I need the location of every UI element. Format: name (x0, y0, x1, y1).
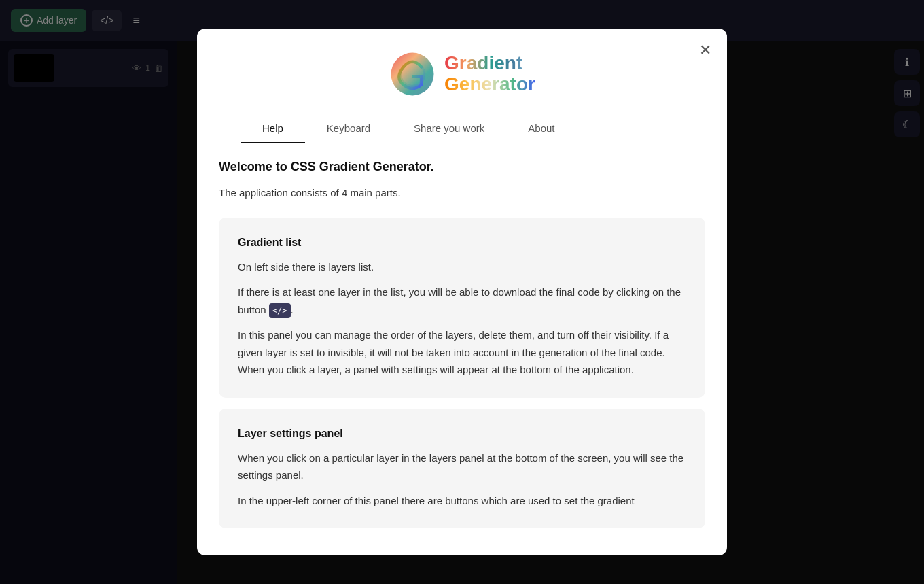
modal-header: Gradient Generator Help Keyboard Share y… (197, 29, 727, 143)
tab-share[interactable]: Share you work (392, 114, 506, 143)
tab-help[interactable]: Help (241, 114, 305, 143)
modal-close-button[interactable]: ✕ (694, 39, 716, 61)
gradient-list-para-2: If there is at least one layer in the li… (238, 284, 686, 318)
gradient-list-para-1: On left side there is layers list. (238, 258, 686, 276)
gradient-list-card: Gradient list On left side there is laye… (219, 218, 705, 398)
modal-overlay: ✕ (0, 0, 924, 584)
welcome-title: Welcome to CSS Gradient Generator. (219, 160, 705, 174)
welcome-desc: The application consists of 4 main parts… (219, 185, 705, 201)
layer-settings-card: Layer settings panel When you click on a… (219, 409, 705, 529)
close-icon: ✕ (699, 41, 711, 59)
tab-about[interactable]: About (506, 114, 576, 143)
logo-text: Gradient Generator (444, 53, 535, 95)
modal-tabs: Help Keyboard Share you work About (219, 114, 705, 143)
modal-dialog: ✕ (197, 29, 727, 556)
logo-gradient-text: Gradient (444, 53, 535, 74)
modal-body: Welcome to CSS Gradient Generator. The a… (197, 143, 727, 556)
code-tag-icon: </> (269, 303, 291, 318)
logo-svg-icon (389, 50, 436, 98)
logo-generator-text: Generator (444, 74, 535, 95)
modal-logo: Gradient Generator (389, 50, 535, 98)
layer-settings-para-2: In the upper-left corner of this panel t… (238, 492, 686, 510)
layer-settings-para-1: When you click on a particular layer in … (238, 449, 686, 484)
layer-settings-title: Layer settings panel (238, 428, 686, 440)
tab-keyboard[interactable]: Keyboard (305, 114, 392, 143)
gradient-list-para-3: In this panel you can manage the order o… (238, 326, 686, 379)
gradient-list-title: Gradient list (238, 237, 686, 249)
